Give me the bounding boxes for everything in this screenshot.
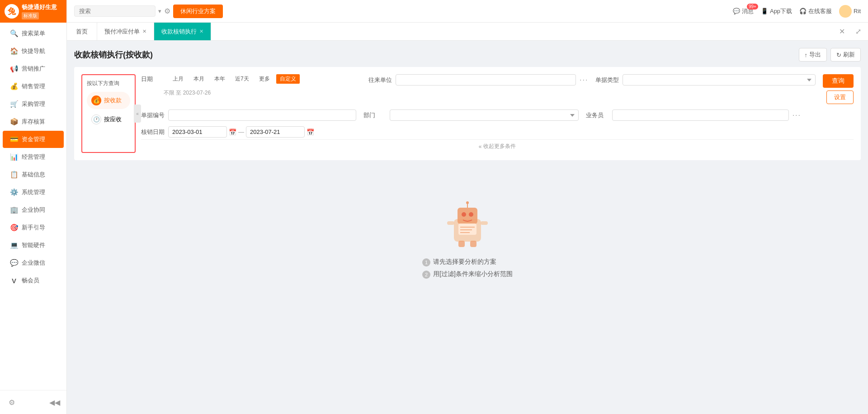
verify-end-input[interactable]	[246, 126, 305, 138]
filter-panel: 按以下方查询 💰 按收款 🕐 按应收 «	[74, 67, 861, 160]
page-actions: ↑ 导出 ↻ 刷新	[799, 48, 861, 62]
sidebar-item-operation[interactable]: 📊 经营管理	[3, 148, 64, 166]
doc-type-select[interactable]	[623, 74, 816, 86]
tab-home[interactable]: 首页	[67, 23, 97, 40]
date-label: 日期	[141, 75, 164, 83]
search-nav-icon: 🔍	[10, 29, 18, 38]
step2-text: 用[过滤]条件来缩小分析范围	[433, 270, 513, 278]
header-gear-icon[interactable]: ⚙	[164, 7, 170, 15]
tab-receivable[interactable]: 收款核销执行 ✕	[154, 23, 211, 40]
date-range-text: 不限 至 2023-07-26	[164, 90, 211, 96]
query-button[interactable]: 查询	[823, 74, 854, 88]
date-section: 日期 上月 本月 本年 近7天 更多 自定义 不限 至 2023-0	[141, 74, 361, 97]
export-button[interactable]: ↑ 导出	[799, 48, 827, 62]
date-row: 日期 上月 本月 本年 近7天 更多 自定义	[141, 74, 361, 84]
svg-rect-9	[470, 241, 476, 247]
tab-prepay[interactable]: 预付冲应付单 ✕	[97, 23, 154, 40]
sidebar-label-purchase: 采购管理	[22, 100, 45, 108]
sidebar-item-quick[interactable]: 🏠 快捷导航	[3, 43, 64, 60]
header-dropdown-icon[interactable]: ▾	[158, 8, 161, 14]
sidebar-item-purchase[interactable]: 🛒 采购管理	[3, 95, 64, 113]
dept-label: 部门	[363, 111, 386, 119]
date-btn-this-month[interactable]: 本月	[190, 74, 208, 84]
settings-icon[interactable]: ⚙	[5, 395, 19, 409]
export-label: 导出	[809, 51, 821, 59]
message-item[interactable]: 💬 消息 99+	[733, 7, 754, 15]
counterparty-dots-icon[interactable]: ···	[580, 76, 588, 84]
tab-prepay-label: 预付冲应付单	[104, 28, 140, 36]
dept-section: 部门	[363, 109, 579, 121]
refresh-button[interactable]: ↻ 刷新	[830, 48, 861, 62]
sidebar-item-wechat[interactable]: 💬 企业微信	[3, 254, 64, 271]
service-item[interactable]: 🎧 在线客服	[799, 7, 832, 15]
sidebar-item-member[interactable]: V 畅会员	[3, 272, 64, 289]
date-separator: —	[238, 128, 244, 135]
sidebar-label-guide: 新手引导	[22, 224, 45, 232]
date-btn-custom[interactable]: 自定义	[276, 74, 300, 84]
sidebar-item-search[interactable]: 🔍 搜索菜单	[3, 25, 64, 42]
inventory-nav-icon: 📦	[10, 118, 18, 126]
sidebar-item-guide[interactable]: 🎯 新手引导	[3, 219, 64, 236]
app-label: App下载	[770, 7, 792, 15]
tab-prepay-close-icon[interactable]: ✕	[142, 29, 146, 34]
verify-end-calendar-icon[interactable]: 📅	[307, 128, 314, 136]
step2-num: 2	[422, 271, 430, 279]
filter-option-by-receipt[interactable]: 💰 按收款	[87, 92, 130, 109]
collapse-sidebar-icon[interactable]: ◀◀	[47, 395, 62, 409]
header-search-input[interactable]	[74, 5, 156, 17]
tab-expand-icon[interactable]: ⤢	[852, 25, 864, 38]
filter-left-title: 按以下方查询	[87, 80, 130, 87]
top-header: ▾ ⚙ 休闲行业方案 💬 消息 99+ 📱 App下载 🎧 在线客服 Rit	[67, 0, 868, 23]
sidebar-item-basic[interactable]: 📋 基础信息	[3, 166, 64, 183]
sidebar-item-sales[interactable]: 💰 销售管理	[3, 78, 64, 95]
verify-start-input[interactable]	[168, 126, 227, 138]
sidebar-item-enterprise[interactable]: 🏢 企业协同	[3, 201, 64, 219]
header-right: 💬 消息 99+ 📱 App下载 🎧 在线客服 Rit	[733, 5, 861, 18]
verify-start-calendar-icon[interactable]: 📅	[229, 128, 236, 136]
svg-rect-8	[458, 241, 465, 247]
sidebar-item-inventory[interactable]: 📦 库存核算	[3, 113, 64, 130]
date-btn-more[interactable]: 更多	[255, 74, 274, 84]
sidebar-item-finance[interactable]: 💳 资金管理	[3, 131, 64, 148]
date-btn-last-month[interactable]: 上月	[169, 74, 187, 84]
dept-select[interactable]	[390, 109, 579, 121]
filter-option-by-receivable[interactable]: 🕐 按应收	[87, 111, 130, 128]
empty-step-2: 2 用[过滤]条件来缩小分析范围	[422, 270, 513, 279]
counterparty-input[interactable]	[396, 74, 576, 86]
sidebar-label-system: 系统管理	[22, 188, 45, 196]
operation-nav-icon: 📊	[10, 153, 18, 161]
filter-collapse-button[interactable]: «	[134, 105, 141, 123]
tab-receivable-close-icon[interactable]: ✕	[199, 29, 203, 34]
marketing-nav-icon: 📢	[10, 65, 18, 73]
sidebar-label-sales: 销售管理	[22, 82, 45, 90]
sidebar-item-system[interactable]: ⚙️ 系统管理	[3, 184, 64, 201]
filter-left: 按以下方查询 💰 按收款 🕐 按应收 «	[81, 74, 136, 153]
guide-nav-icon: 🎯	[10, 224, 18, 232]
solution-button[interactable]: 休闲行业方案	[173, 5, 223, 18]
refresh-label: 刷新	[843, 51, 855, 59]
purchase-nav-icon: 🛒	[10, 100, 18, 108]
date-btn-7days[interactable]: 近7天	[231, 74, 253, 84]
empty-list: 1 请先选择要分析的方案 2 用[过滤]条件来缩小分析范围	[422, 258, 513, 279]
staff-dots-icon[interactable]: ···	[793, 111, 801, 119]
staff-input[interactable]	[612, 109, 789, 121]
sidebar-label-operation: 经营管理	[22, 153, 45, 161]
sidebar-item-marketing[interactable]: 📢 营销推广	[3, 60, 64, 77]
logo-name: 畅捷通好生意	[22, 3, 57, 11]
doc-type-label: 单据类型	[595, 76, 619, 84]
receivable-option-label: 按应收	[104, 115, 122, 124]
sidebar-item-hardware[interactable]: 💻 智能硬件	[3, 237, 64, 254]
page-header: 收款核销执行(按收款) ↑ 导出 ↻ 刷新	[74, 48, 861, 62]
doc-number-input[interactable]	[168, 109, 356, 121]
step1-text: 请先选择要分析的方案	[433, 258, 496, 266]
page-content: 收款核销执行(按收款) ↑ 导出 ↻ 刷新 按以下方查询 💰 按收款	[67, 41, 868, 414]
date-btn-this-year[interactable]: 本年	[211, 74, 229, 84]
app-download-item[interactable]: 📱 App下载	[761, 7, 792, 15]
logo-text-block: 畅捷通好生意 标准版	[22, 3, 57, 19]
sidebar-logo: 兔 畅捷通好生意 标准版	[0, 0, 66, 23]
finance-nav-icon: 💳	[10, 135, 18, 143]
user-item[interactable]: Rit	[839, 5, 861, 18]
tab-close-all-icon[interactable]: ✕	[835, 25, 848, 38]
collapse-more-button[interactable]: « 收起更多条件	[141, 139, 854, 153]
settings-button[interactable]: 设置	[826, 90, 854, 104]
